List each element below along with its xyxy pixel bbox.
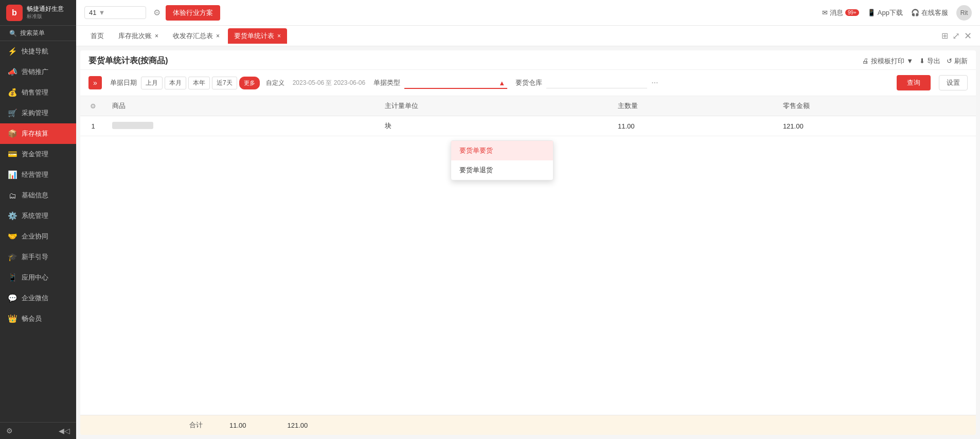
cell-product (106, 116, 379, 136)
print-dropdown-arrow: ▼ (906, 57, 913, 65)
tab-expand-btn[interactable]: ⊞ (941, 31, 948, 41)
warehouse-filter-group: 要货仓库 ··· (515, 77, 658, 88)
table-row: 1 块 11.00 121.00 (80, 116, 976, 136)
operations-icon: 📊 (7, 170, 17, 180)
search-icon: 🔍 (9, 30, 17, 37)
main-area: 41 ▼ ⚙ 体验行业方案 ✉ 消息 99+ 📱 App下载 🎧 在线客服 Ri… (76, 0, 980, 439)
type-dropdown: 要货单要货 要货单退货 (451, 140, 554, 180)
refresh-icon: ↺ (947, 57, 952, 65)
type-select-input[interactable] (404, 77, 507, 89)
cell-amount: 121.00 (777, 116, 976, 136)
date-btn-last7days[interactable]: 近7天 (212, 77, 237, 89)
sidebar-item-system[interactable]: ⚙️ 系统管理 (0, 206, 76, 226)
sidebar: b 畅捷通好生意 标准版 🔍 搜索菜单 ⚡ 快捷导航 📣 营销推广 💰 销售管理… (0, 0, 76, 439)
message-item[interactable]: ✉ 消息 99+ (822, 8, 859, 17)
warehouse-filter-label: 要货仓库 (515, 78, 542, 87)
sidebar-collapse-btn[interactable]: ◀◁ (59, 427, 70, 435)
dropdown-option-purchase-order[interactable]: 要货单要货 (451, 141, 553, 160)
tab-close-batch-account[interactable]: × (155, 32, 158, 40)
quick-nav-icon: ⚡ (7, 46, 17, 57)
topbar-left: 41 ▼ ⚙ 体验行业方案 (84, 5, 220, 21)
filter-settings-btn[interactable]: 设置 (939, 75, 968, 90)
page-header-actions: 🖨 按模板打印 ▼ ⬇ 导出 ↺ 刷新 (862, 57, 968, 66)
wecom-icon: 💬 (7, 293, 17, 303)
dropdown-option-return-order[interactable]: 要货单退货 (451, 160, 553, 180)
window-close-icon[interactable]: ✕ (964, 30, 972, 42)
footer-label: 合计 (86, 420, 209, 430)
sidebar-item-finance[interactable]: 💳 资金管理 (0, 144, 76, 164)
date-btn-custom[interactable]: 自定义 (262, 77, 289, 89)
sidebar-item-basic-info[interactable]: 🗂 基础信息 (0, 185, 76, 206)
page-header: 要货单统计表(按商品) 🖨 按模板打印 ▼ ⬇ 导出 ↺ 刷新 (80, 50, 976, 70)
purchase-icon: 🛒 (7, 108, 17, 118)
sidebar-item-wecom[interactable]: 💬 企业微信 (0, 288, 76, 308)
print-action[interactable]: 🖨 按模板打印 ▼ (862, 57, 913, 66)
topbar: 41 ▼ ⚙ 体验行业方案 ✉ 消息 99+ 📱 App下载 🎧 在线客服 Ri… (76, 0, 980, 26)
table-settings-icon[interactable]: ⚙ (90, 102, 96, 110)
sidebar-navigation: ⚡ 快捷导航 📣 营销推广 💰 销售管理 🛒 采购管理 📦 库存核算 💳 资金管… (0, 41, 76, 422)
filter-expand-btn[interactable]: » (88, 76, 102, 89)
refresh-action[interactable]: ↺ 刷新 (947, 57, 968, 66)
date-btn-this-month[interactable]: 本月 (165, 77, 186, 89)
print-icon: 🖨 (862, 57, 869, 65)
system-icon: ⚙️ (7, 211, 17, 221)
footer-quantity: 11.00 (209, 422, 267, 429)
cooperation-icon: 🤝 (7, 231, 17, 242)
app-logo-icon: b (6, 5, 23, 21)
store-dropdown-arrow: ▼ (98, 9, 105, 16)
sidebar-item-vip[interactable]: 👑 畅会员 (0, 308, 76, 329)
date-btn-last-month[interactable]: 上月 (141, 77, 163, 89)
tab-close-receive-summary[interactable]: × (216, 32, 220, 40)
tab-home[interactable]: 首页 (84, 28, 110, 44)
vip-icon: 👑 (7, 314, 17, 324)
app-download-item[interactable]: 📱 App下载 (867, 8, 903, 17)
window-expand-icon[interactable]: ⤢ (952, 30, 960, 42)
headset-icon: 🎧 (911, 9, 919, 16)
date-btn-more[interactable]: 更多 (239, 77, 260, 89)
sidebar-item-inventory[interactable]: 📦 库存核算 (0, 123, 76, 144)
table-footer: 合计 11.00 121.00 (80, 415, 976, 435)
sidebar-item-purchase[interactable]: 🛒 采购管理 (0, 103, 76, 123)
date-btn-this-year[interactable]: 本年 (188, 77, 210, 89)
message-badge: 99+ (845, 9, 859, 16)
date-filter-label: 单据日期 (110, 78, 137, 87)
tab-batch-account[interactable]: 库存批次账 × (112, 28, 165, 44)
cell-index: 1 (80, 116, 106, 136)
type-select-arrow[interactable]: ▲ (498, 79, 505, 87)
sidebar-search[interactable]: 🔍 搜索菜单 (0, 26, 76, 41)
sidebar-item-sales[interactable]: 💰 销售管理 (0, 82, 76, 103)
tab-order-summary[interactable]: 要货单统计表 × (228, 28, 287, 44)
online-service-item[interactable]: 🎧 在线客服 (911, 8, 948, 17)
content-area: 要货单统计表(按商品) 🖨 按模板打印 ▼ ⬇ 导出 ↺ 刷新 » (80, 50, 976, 435)
query-btn[interactable]: 查询 (897, 75, 931, 90)
sidebar-item-guide[interactable]: 🎓 新手引导 (0, 247, 76, 267)
finance-icon: 💳 (7, 149, 17, 159)
tab-receive-summary[interactable]: 收发存汇总表 × (167, 28, 226, 44)
col-header-unit: 主计量单位 (379, 96, 612, 116)
store-name: 41 (89, 9, 96, 16)
col-header-product: 商品 (106, 96, 379, 116)
topbar-right: ✉ 消息 99+ 📱 App下载 🎧 在线客服 Rit (822, 5, 972, 21)
app-logo-text: 畅捷通好生意 标准版 (27, 5, 64, 21)
sales-icon: 💰 (7, 87, 17, 98)
tab-close-order-summary[interactable]: × (277, 32, 281, 40)
warehouse-more-icon[interactable]: ··· (651, 78, 658, 87)
sidebar-item-marketing[interactable]: 📣 营销推广 (0, 62, 76, 82)
topbar-gear-icon[interactable]: ⚙ (153, 8, 161, 17)
cell-unit: 块 (379, 116, 612, 136)
warehouse-input[interactable] (546, 77, 647, 88)
sidebar-settings-btn[interactable]: ⚙ (6, 427, 13, 435)
trial-btn[interactable]: 体验行业方案 (166, 5, 220, 21)
sidebar-item-quick-nav[interactable]: ⚡ 快捷导航 (0, 41, 76, 62)
sidebar-item-operations[interactable]: 📊 经营管理 (0, 164, 76, 185)
date-filter-group: 单据日期 上月 本月 本年 近7天 更多 自定义 2023-05-06 至 20… (110, 77, 365, 89)
user-avatar[interactable]: Rit (956, 5, 972, 21)
guide-icon: 🎓 (7, 252, 17, 262)
store-selector[interactable]: 41 ▼ (84, 6, 146, 19)
sidebar-item-app-center[interactable]: 📱 应用中心 (0, 267, 76, 288)
basic-info-icon: 🗂 (7, 190, 17, 200)
cell-quantity: 11.00 (612, 116, 777, 136)
export-action[interactable]: ⬇ 导出 (919, 57, 940, 66)
sidebar-item-cooperation[interactable]: 🤝 企业协同 (0, 226, 76, 247)
tabbar: 首页 库存批次账 × 收发存汇总表 × 要货单统计表 × ⊞ ⤢ ✕ (76, 26, 980, 46)
